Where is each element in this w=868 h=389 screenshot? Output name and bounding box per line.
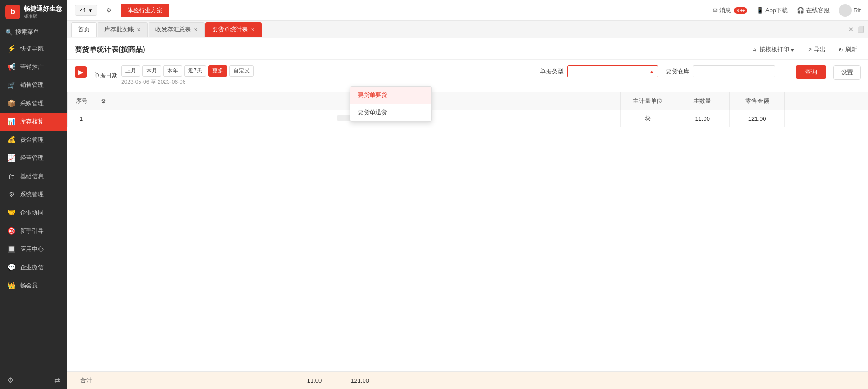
- sidebar-item-label: 资金管理: [20, 136, 44, 144]
- refresh-label: 刷新: [845, 46, 857, 54]
- topbar: 41 ▾ ⚙ 体验行业方案 ✉ 消息 99+ 📱 App下载 🎧 在线客服 R: [67, 0, 868, 21]
- app-download-btn[interactable]: 📱 App下载: [756, 6, 788, 15]
- logo-icon: b: [5, 5, 20, 19]
- close-tab-icon[interactable]: ✕: [194, 27, 198, 33]
- dropdown-item-order-return[interactable]: 要货单退货: [350, 104, 431, 121]
- headset-icon: 🎧: [797, 7, 804, 14]
- col-settings[interactable]: ⚙: [95, 92, 112, 110]
- export-btn[interactable]: ↗ 导出: [803, 44, 829, 56]
- close-tab-icon[interactable]: ✕: [251, 27, 255, 33]
- type-filter-group: 单据类型 ▲: [540, 65, 658, 77]
- topbar-settings-btn[interactable]: ⚙: [103, 4, 115, 17]
- type-filter-input[interactable]: [567, 65, 658, 77]
- vip-icon: 👑: [7, 282, 15, 290]
- footer-label: 合计: [73, 376, 178, 384]
- sidebar-item-enterprise[interactable]: 🤝 企业协同: [0, 204, 67, 222]
- sidebar-item-label: 畅会员: [20, 282, 38, 290]
- online-service-btn[interactable]: 🎧 在线客服: [797, 6, 830, 15]
- system-icon: ⚙: [7, 190, 15, 199]
- date-btn-more[interactable]: 更多: [208, 65, 227, 77]
- wechat-icon: 💬: [7, 263, 15, 271]
- date-btn-7days[interactable]: 近7天: [184, 65, 206, 77]
- date-btn-this-month[interactable]: 本月: [142, 65, 161, 77]
- sidebar-item-label: 快捷导航: [20, 45, 44, 53]
- sidebar-item-vip[interactable]: 👑 畅会员: [0, 276, 67, 295]
- sidebar-item-marketing[interactable]: 📢 营销推广: [0, 58, 67, 76]
- search-menu-btn[interactable]: 🔍 搜索菜单: [0, 24, 67, 40]
- close-window-icon[interactable]: ✕: [848, 26, 853, 33]
- maximize-icon[interactable]: ⬜: [857, 26, 864, 33]
- trial-btn[interactable]: 体验行业方案: [121, 4, 169, 17]
- company-selector[interactable]: 41 ▾: [75, 5, 97, 16]
- home-label: 首页: [78, 26, 90, 34]
- basic-icon: 🗂: [7, 173, 15, 180]
- quick-nav-icon: ⚡: [7, 45, 15, 53]
- user-avatar: [839, 4, 852, 17]
- type-input-arrow-up[interactable]: ▲: [649, 68, 655, 75]
- tab-recv-summary[interactable]: 收发存汇总表 ✕: [149, 22, 205, 37]
- sales-icon: 🛒: [7, 81, 15, 89]
- date-btn-this-year[interactable]: 本年: [163, 65, 182, 77]
- sidebar-item-label: 应用中心: [20, 245, 44, 253]
- user-menu[interactable]: Rit: [839, 4, 861, 17]
- finance-icon: 💰: [7, 136, 15, 144]
- tab-label: 收发存汇总表: [155, 26, 191, 34]
- date-btn-last-month[interactable]: 上月: [121, 65, 140, 77]
- data-table: 序号 ⚙ 商品 主计量单位 主数量 零售金额 1: [67, 92, 868, 127]
- search-icon: 🔍: [5, 29, 13, 36]
- online-service-label: 在线客服: [806, 6, 830, 15]
- query-btn[interactable]: 查询: [796, 65, 826, 79]
- date-btn-custom[interactable]: 自定义: [229, 65, 254, 77]
- more-filter-btn[interactable]: ⋯: [777, 66, 789, 77]
- sidebar-settings-icon[interactable]: ⚙: [7, 376, 14, 384]
- tab-order-stats[interactable]: 要货单统计表 ✕: [205, 22, 262, 37]
- sidebar-item-operation[interactable]: 📈 经营管理: [0, 149, 67, 167]
- sidebar-item-quick-nav[interactable]: ⚡ 快捷导航: [0, 40, 67, 58]
- col-qty: 主数量: [675, 92, 730, 110]
- logo: b 畅捷通好生意 标准版: [0, 0, 67, 24]
- cell-index: 1: [68, 110, 95, 127]
- sidebar-item-label: 经营管理: [20, 154, 44, 162]
- print-icon: 🖨: [752, 46, 758, 53]
- footer-qty: 11.00: [292, 377, 337, 384]
- operation-icon: 📈: [7, 154, 15, 162]
- sidebar-item-wechat[interactable]: 💬 企业微信: [0, 258, 67, 276]
- sidebar-item-finance[interactable]: 💰 资金管理: [0, 131, 67, 149]
- settings-btn[interactable]: 设置: [833, 65, 861, 80]
- sidebar-item-guide[interactable]: 🎯 新手引导: [0, 222, 67, 240]
- inventory-icon: 📊: [7, 118, 15, 126]
- cell-amount: 121.00: [730, 110, 785, 127]
- sidebar-item-inventory[interactable]: 📊 库存核算: [0, 113, 67, 131]
- cell-unit: 块: [621, 110, 675, 127]
- page-title: 要货单统计表(按商品): [75, 45, 145, 55]
- tab-inventory-batch[interactable]: 库存批次账 ✕: [98, 22, 148, 37]
- sidebar-item-system[interactable]: ⚙ 系统管理: [0, 185, 67, 204]
- sidebar-toggle-icon[interactable]: ⇄: [54, 376, 60, 384]
- sidebar-item-label: 采购管理: [20, 99, 44, 107]
- footer-total-label: 合计: [80, 377, 92, 384]
- warehouse-filter-input[interactable]: [693, 65, 775, 77]
- tab-home[interactable]: 首页: [71, 22, 97, 37]
- messages-btn[interactable]: ✉ 消息 99+: [713, 6, 747, 15]
- col-amount: 零售金额: [730, 92, 785, 110]
- guide-icon: 🎯: [7, 227, 15, 235]
- filter-expand-btn[interactable]: ▶: [75, 66, 87, 78]
- sidebar-item-purchase[interactable]: 📦 采购管理: [0, 94, 67, 113]
- sidebar-item-sales[interactable]: 🛒 销售管理: [0, 76, 67, 94]
- date-filter-group: 单据日期 上月 本月 本年 近7天 更多 自定义 2023-05-06 至 20…: [94, 65, 254, 86]
- refresh-btn[interactable]: ↻ 刷新: [835, 44, 861, 56]
- filter-bar: ▶ 单据日期 上月 本月 本年 近7天 更多 自定义 2023-05-06 至 …: [67, 60, 868, 92]
- sidebar-item-apps[interactable]: 🔲 应用中心: [0, 240, 67, 258]
- dropdown-item-order-goods[interactable]: 要货单要货: [350, 87, 431, 104]
- sidebar-footer: ⚙ ⇄: [0, 371, 67, 389]
- phone-icon: 📱: [756, 7, 764, 14]
- cell-settings: [95, 110, 112, 127]
- enterprise-icon: 🤝: [7, 209, 15, 217]
- col-unit: 主计量单位: [621, 92, 675, 110]
- sidebar-item-label: 库存核算: [20, 118, 44, 126]
- print-btn[interactable]: 🖨 按模板打印 ▾: [748, 44, 798, 56]
- sidebar-item-label: 销售管理: [20, 81, 44, 89]
- table-row: 1 块 11.00 121.00: [68, 110, 868, 127]
- close-tab-icon[interactable]: ✕: [137, 27, 141, 33]
- sidebar-item-basic[interactable]: 🗂 基础信息: [0, 167, 67, 185]
